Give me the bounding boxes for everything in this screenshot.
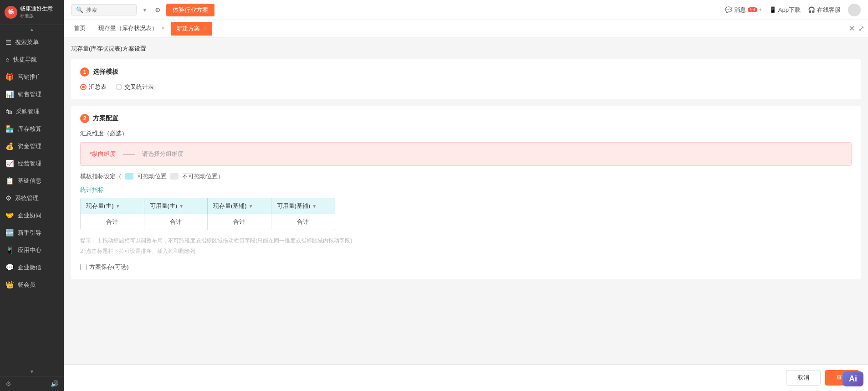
tab-new-scheme[interactable]: 新建方案 × (171, 22, 212, 36)
sidebar-item-label: 采购管理 (16, 108, 40, 116)
sidebar-item-inventory[interactable]: 🏪 库存核算 (0, 120, 64, 138)
dimension-dash: —— (123, 151, 135, 158)
draggable-indicator (125, 173, 133, 180)
search-box[interactable]: 🔍 (71, 4, 137, 15)
sidebar-item-label: 企业微信 (18, 263, 41, 272)
sidebar-item-label: 系统管理 (15, 194, 39, 202)
save-checkbox-row: 方案保存(可选) (80, 257, 852, 271)
col-header-2-chevron[interactable]: ▼ (249, 204, 253, 209)
sidebar-item-marketing[interactable]: 🎁 营销推广 (0, 68, 64, 86)
sidebar-item-label: 应用中心 (18, 246, 41, 254)
col-header-0[interactable]: 现存量(主) ▼ (81, 198, 144, 214)
online-service-btn[interactable]: 🎧 在线客服 (808, 6, 841, 14)
topbar-gear-icon[interactable]: ⚙ (155, 6, 161, 14)
draggable-label: 可拖动位置 (137, 172, 167, 180)
logo-text: 畅康通好生意 标准版 (20, 5, 53, 19)
step2-header: 2 方案配置 (80, 114, 852, 123)
sidebar-item-purchase[interactable]: 🛍 采购管理 (0, 103, 64, 120)
col-header-0-chevron[interactable]: ▼ (116, 204, 120, 209)
radio-summary-dot (82, 86, 85, 88)
sidebar-item-label: 企业协同 (18, 211, 41, 220)
sidebar-item-label: 库存核算 (18, 125, 41, 133)
trial-btn[interactable]: 体验行业方案 (166, 4, 214, 16)
sidebar-item-enterprise-wx[interactable]: 💬 企业微信 (0, 259, 64, 276)
chart-icon: 📊 (5, 90, 14, 98)
list-icon: 📋 (5, 177, 14, 185)
radio-cross-circle (116, 84, 122, 90)
tab-close-btn[interactable]: ✕ (849, 24, 855, 33)
ai-badge[interactable]: Ai (842, 371, 863, 386)
radio-cross-label: 交叉统计表 (124, 83, 154, 91)
cell-0-3: 合计 (271, 214, 335, 230)
col-header-3-chevron[interactable]: ▼ (312, 204, 317, 209)
col-header-3[interactable]: 可用量(基辅) ▼ (271, 198, 335, 214)
sidebar-item-operation[interactable]: 📈 经营管理 (0, 155, 64, 172)
dimension-selector[interactable]: *纵向维度 —— 请选择分组维度 (80, 142, 852, 166)
sidebar-item-enterprise[interactable]: 🤝 企业协同 (0, 207, 64, 224)
step2-label: 方案配置 (93, 114, 118, 123)
radio-cross[interactable]: 交叉统计表 (116, 83, 154, 91)
col-header-1[interactable]: 可用量(主) ▼ (144, 198, 208, 214)
tab-new-scheme-close[interactable]: × (204, 26, 207, 32)
tab-inventory-status[interactable]: 现存量（库存状况表） × (92, 20, 171, 37)
radio-summary-label: 汇总表 (89, 83, 107, 91)
stats-table-header: 现存量(主) ▼ 可用量(主) ▼ 现存量(基辅) ▼ 可用量(基辅) (81, 198, 335, 214)
section-step2: 2 方案配置 汇总维度（必选） *纵向维度 —— 请选择分组维度 模板指标设定（… (71, 106, 861, 279)
gift-icon: 🎁 (5, 73, 14, 81)
app-download-btn[interactable]: 📱 App下载 (769, 6, 801, 14)
message-btn[interactable]: 💬 消息 99 + (725, 6, 762, 14)
col-header-2-label: 现存量(基辅) (213, 202, 247, 210)
message-badge-plus: + (759, 7, 762, 12)
stats-section-label: 统计指标 (80, 186, 852, 194)
topbar: 🔍 ▼ ⚙ 体验行业方案 💬 消息 99 + 📱 App下载 🎧 在线客服 (64, 0, 868, 20)
step1-label: 选择模板 (93, 68, 118, 76)
topbar-right: 💬 消息 99 + 📱 App下载 🎧 在线客服 (725, 4, 861, 16)
cell-0-2: 合计 (208, 214, 271, 230)
tabbar: 首页 现存量（库存状况表） × 新建方案 × ✕ ⤢ (64, 20, 868, 37)
sidebar-item-basic-info[interactable]: 📋 基础信息 (0, 172, 64, 190)
sidebar-scroll-down[interactable]: ▼ (0, 367, 64, 376)
col-header-2[interactable]: 现存量(基辅) ▼ (208, 198, 271, 214)
sidebar-scroll-up[interactable]: ▲ (0, 25, 64, 34)
tab-inventory-status-close[interactable]: × (161, 25, 164, 31)
home-icon: ⌂ (5, 56, 10, 63)
tab-home[interactable]: 首页 (67, 20, 92, 37)
settings-icon[interactable]: ⚙ (5, 380, 11, 387)
stats-table-body: 合计 合计 合计 合计 (81, 214, 335, 230)
template-indicator-label: 模板指标设定（ (80, 172, 122, 180)
sidebar-item-label: 搜索菜单 (15, 38, 39, 46)
sidebar-item-search-menu[interactable]: ☰ 搜索菜单 (0, 34, 64, 51)
sidebar-item-app-center[interactable]: 📱 应用中心 (0, 242, 64, 259)
sidebar-item-label: 快捷导航 (13, 56, 37, 64)
agg-dimension-label: 汇总维度（必选） (80, 129, 852, 138)
search-input[interactable] (86, 7, 132, 13)
sidebar-item-label: 新手引导 (18, 229, 41, 237)
sidebar-item-member[interactable]: 👑 畅会员 (0, 276, 64, 293)
cancel-button[interactable]: 取消 (786, 370, 821, 386)
search-dropdown-icon[interactable]: ▼ (142, 7, 148, 13)
save-checkbox[interactable] (80, 264, 87, 270)
radio-summary[interactable]: 汇总表 (80, 83, 107, 91)
sidebar-item-sales[interactable]: 📊 销售管理 (0, 86, 64, 103)
template-radio-group: 汇总表 交叉统计表 (80, 83, 852, 91)
trend-icon: 📈 (5, 159, 14, 168)
sidebar-item-new-guide[interactable]: 🆕 新手引导 (0, 224, 64, 242)
sidebar-item-sys-manage[interactable]: ⚙ 系统管理 (0, 190, 64, 207)
dimension-required-label: *纵向维度 (90, 150, 116, 158)
app-logo: 畅 畅康通好生意 标准版 (0, 0, 64, 25)
sidebar-item-quick-nav[interactable]: ⌂ 快捷导航 (0, 51, 64, 68)
sidebar-item-finance[interactable]: 💰 资金管理 (0, 138, 64, 155)
radio-summary-circle (80, 84, 87, 90)
col-header-1-chevron[interactable]: ▼ (179, 204, 184, 209)
section-step1: 1 选择模板 汇总表 交叉统计表 (71, 59, 861, 99)
user-avatar[interactable] (848, 4, 861, 16)
crown-icon: 👑 (5, 281, 14, 289)
tabbar-right: ✕ ⤢ (849, 24, 864, 33)
avatar-image (848, 4, 861, 16)
cell-0-0: 合计 (81, 214, 144, 230)
audio-icon[interactable]: 🔊 (51, 380, 58, 387)
tab-expand-btn[interactable]: ⤢ (858, 24, 864, 33)
tip-1: 2. 点击标题栏下拉可设置排序、插入列和删除列 (80, 247, 852, 255)
message-icon: 💬 (725, 6, 732, 13)
sidebar-item-label: 营销推广 (18, 73, 41, 81)
